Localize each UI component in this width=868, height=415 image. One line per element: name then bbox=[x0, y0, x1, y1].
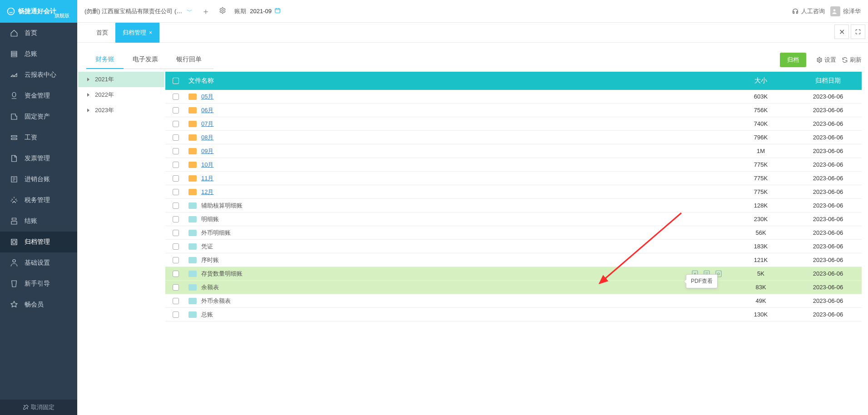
table-row[interactable]: 07月 740K 2023-06-06 bbox=[165, 117, 862, 131]
unpin-icon bbox=[23, 404, 29, 410]
sidebar-item-3[interactable]: 资金管理 bbox=[0, 85, 77, 106]
user-name[interactable]: 徐泽华 bbox=[843, 7, 861, 15]
unpin-button[interactable]: 取消固定 bbox=[0, 400, 77, 415]
table-row[interactable]: 11月 775K 2023-06-06 bbox=[165, 172, 862, 185]
table-row[interactable]: 存货数量明细账 5K 2023-06-06 bbox=[165, 267, 862, 281]
sub-tab-2[interactable]: 银行回单 bbox=[167, 51, 211, 69]
folder-icon bbox=[188, 107, 197, 114]
table-row[interactable]: 凭证 183K 2023-06-06 bbox=[165, 240, 862, 253]
table-row[interactable]: 辅助核算明细账 128K 2023-06-06 bbox=[165, 199, 862, 212]
sidebar-item-9[interactable]: 结账 bbox=[0, 211, 77, 232]
sidebar-item-13[interactable]: 畅会员 bbox=[0, 294, 77, 315]
sidebar-item-5[interactable]: 工资 bbox=[0, 127, 77, 148]
tree-year-0[interactable]: 2021年 bbox=[78, 72, 164, 87]
table-row[interactable]: 总账 130K 2023-06-06 bbox=[165, 308, 862, 321]
calendar-icon[interactable] bbox=[274, 7, 281, 15]
table-row[interactable]: 08月 796K 2023-06-06 bbox=[165, 131, 862, 144]
add-icon[interactable]: ＋ bbox=[202, 6, 210, 17]
period-value[interactable]: 2021-09 bbox=[250, 8, 272, 15]
company-selector[interactable]: (勿删) 江西服宝精品有限责任公司 (… bbox=[84, 7, 182, 15]
table-row[interactable]: 明细账 230K 2023-06-06 bbox=[165, 212, 862, 226]
cell-size: 49K bbox=[727, 297, 794, 304]
file-name[interactable]: 12月 bbox=[201, 188, 213, 196]
row-checkbox[interactable] bbox=[173, 107, 179, 114]
table-row[interactable]: 10月 775K 2023-06-06 bbox=[165, 158, 862, 172]
row-checkbox[interactable] bbox=[173, 243, 179, 250]
cell-size: 128K bbox=[727, 202, 794, 209]
close-icon[interactable]: × bbox=[149, 30, 152, 36]
page-tab-1[interactable]: 归档管理× bbox=[115, 23, 159, 43]
row-checkbox[interactable] bbox=[173, 134, 179, 141]
gear-icon[interactable] bbox=[219, 7, 226, 15]
tree-year-2[interactable]: 2023年 bbox=[78, 103, 164, 118]
row-checkbox[interactable] bbox=[173, 216, 179, 222]
nav-label: 归档管理 bbox=[25, 238, 50, 246]
table-row[interactable]: 外币明细账 56K 2023-06-06 bbox=[165, 226, 862, 240]
cell-name: 06月 bbox=[186, 106, 727, 114]
gear-icon bbox=[816, 57, 823, 63]
sidebar-item-4[interactable]: 固定资产 bbox=[0, 106, 77, 127]
table-row[interactable]: 06月 756K 2023-06-06 bbox=[165, 104, 862, 117]
table-row[interactable]: 余额表 83K 2023-06-06 bbox=[165, 281, 862, 294]
row-checkbox[interactable] bbox=[173, 189, 179, 195]
col-header-date[interactable]: 归档日期 bbox=[794, 77, 862, 85]
table-row[interactable]: 09月 1M 2023-06-06 bbox=[165, 144, 862, 158]
sub-tab-0[interactable]: 财务账 bbox=[86, 51, 124, 69]
row-checkbox[interactable] bbox=[173, 148, 179, 154]
row-checkbox[interactable] bbox=[173, 257, 179, 263]
sidebar-item-1[interactable]: 总账 bbox=[0, 44, 77, 64]
cell-size: 121K bbox=[727, 257, 794, 263]
sidebar-item-11[interactable]: 基础设置 bbox=[0, 252, 77, 273]
file-name[interactable]: 09月 bbox=[201, 147, 213, 155]
sidebar-item-0[interactable]: 首页 bbox=[0, 23, 77, 44]
consult-button[interactable]: 人工咨询 bbox=[792, 7, 825, 15]
cell-name: 08月 bbox=[186, 133, 727, 142]
tree-year-1[interactable]: 2022年 bbox=[78, 87, 164, 103]
svg-point-0 bbox=[8, 8, 15, 15]
toolbar-settings-button[interactable]: 设置 bbox=[816, 56, 836, 64]
nav-label: 畅会员 bbox=[25, 301, 44, 309]
close-panel-button[interactable]: ✕ bbox=[834, 25, 849, 39]
row-checkbox[interactable] bbox=[173, 311, 179, 318]
file-name[interactable]: 07月 bbox=[201, 120, 213, 128]
file-name[interactable]: 11月 bbox=[201, 174, 213, 183]
cell-date: 2023-06-06 bbox=[794, 216, 862, 222]
page-tab-0[interactable]: 首页 bbox=[89, 23, 115, 43]
sidebar-item-6[interactable]: 发票管理 bbox=[0, 148, 77, 169]
file-name[interactable]: 06月 bbox=[201, 106, 213, 114]
fullscreen-button[interactable] bbox=[851, 25, 865, 39]
archive-button[interactable]: 归档 bbox=[780, 53, 806, 67]
row-checkbox[interactable] bbox=[173, 284, 179, 291]
row-checkbox[interactable] bbox=[173, 203, 179, 209]
file-name[interactable]: 05月 bbox=[201, 93, 213, 101]
sidebar-item-2[interactable]: 云报表中心 bbox=[0, 64, 77, 85]
table-row[interactable]: 12月 775K 2023-06-06 bbox=[165, 185, 862, 199]
row-checkbox[interactable] bbox=[173, 230, 179, 236]
cell-name: 07月 bbox=[186, 120, 727, 128]
folder-icon bbox=[188, 189, 197, 195]
sidebar-item-12[interactable]: 新手引导 bbox=[0, 273, 77, 294]
row-checkbox[interactable] bbox=[173, 175, 179, 182]
cell-date: 2023-06-06 bbox=[794, 188, 862, 195]
row-checkbox[interactable] bbox=[173, 271, 179, 277]
chevron-down-icon[interactable]: ﹀ bbox=[187, 7, 193, 15]
table-row[interactable]: 序时账 121K 2023-06-06 bbox=[165, 253, 862, 267]
table-row[interactable]: 外币余额表 49K 2023-06-06 bbox=[165, 294, 862, 308]
sub-tab-1[interactable]: 电子发票 bbox=[124, 51, 167, 69]
file-name[interactable]: 10月 bbox=[201, 161, 213, 169]
sidebar-item-7[interactable]: 进销台账 bbox=[0, 169, 77, 190]
avatar[interactable] bbox=[830, 6, 840, 16]
sidebar-item-10[interactable]: 归档管理 bbox=[0, 232, 77, 252]
select-all-checkbox[interactable] bbox=[173, 78, 179, 84]
sidebar-item-8[interactable]: 税务管理 bbox=[0, 190, 77, 211]
cell-date: 2023-06-06 bbox=[794, 311, 862, 318]
row-checkbox[interactable] bbox=[173, 298, 179, 304]
row-checkbox[interactable] bbox=[173, 94, 179, 100]
col-header-size[interactable]: 大小 bbox=[727, 77, 794, 85]
table-row[interactable]: 05月 603K 2023-06-06 bbox=[165, 90, 862, 104]
refresh-button[interactable]: 刷新 bbox=[842, 56, 862, 64]
row-checkbox[interactable] bbox=[173, 162, 179, 168]
col-header-name[interactable]: 文件名称 bbox=[186, 77, 727, 85]
file-name[interactable]: 08月 bbox=[201, 133, 213, 142]
row-checkbox[interactable] bbox=[173, 121, 179, 127]
